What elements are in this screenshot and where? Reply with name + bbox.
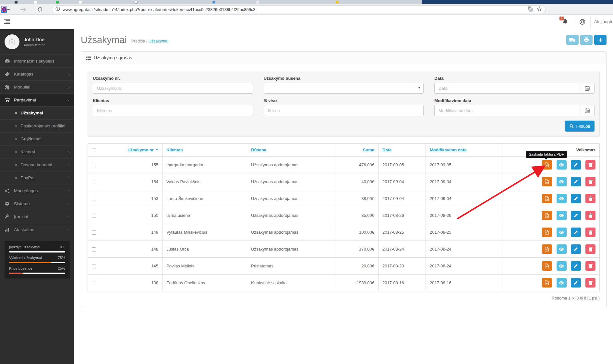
logout-button[interactable]: Atsijungti [594, 19, 613, 24]
sidebar-item[interactable]: » Klientai › [0, 145, 74, 158]
table-row: 138 Egdūnas Obelinskas Išankstinė sąskai… [88, 275, 600, 291]
forward-button[interactable] [19, 5, 27, 14]
filter-order-no-input[interactable] [93, 83, 253, 94]
filter-status-select[interactable] [264, 83, 424, 94]
sidebar-item[interactable]: » Katalogas › [0, 67, 74, 80]
url-text[interactable]: www.agregatai.lt/siteadmin14/index.php?r… [63, 7, 527, 12]
row-checkbox[interactable] [92, 180, 96, 184]
delete-order-button[interactable] [585, 244, 595, 254]
eye-icon [559, 197, 564, 201]
help-lifering-icon[interactable] [579, 19, 585, 25]
stat-row: Vykdomi užsakymai 75% [9, 256, 65, 263]
row-checkbox[interactable] [92, 247, 96, 252]
sidebar-item[interactable]: » Ataskaitos › [0, 223, 74, 236]
edit-order-button[interactable] [571, 177, 581, 186]
sidebar-item[interactable]: » Pasikartojantys profiliai › [0, 119, 74, 132]
sidebar-toggle-icon[interactable] [4, 19, 10, 25]
row-checkbox[interactable] [92, 281, 96, 285]
calendar-button[interactable] [580, 105, 595, 116]
invoice-print-button[interactable] [580, 35, 593, 45]
delete-order-button[interactable] [585, 160, 595, 170]
url-bar[interactable]: www.agregatai.lt/siteadmin14/index.php?r… [52, 6, 546, 13]
sort-date-modified[interactable]: Modifikavimo data [430, 147, 466, 152]
view-order-button[interactable] [557, 211, 567, 220]
edit-order-button[interactable] [571, 160, 581, 170]
invoice-pdf-button[interactable] [542, 261, 552, 271]
edit-order-button[interactable] [571, 228, 581, 237]
row-checkbox[interactable] [92, 264, 96, 268]
view-order-button[interactable] [557, 177, 567, 186]
invoice-pdf-button[interactable] [542, 244, 552, 254]
view-order-button[interactable] [557, 228, 567, 237]
view-order-button[interactable] [557, 160, 567, 170]
filter-modified-input[interactable] [434, 105, 580, 116]
edit-order-button[interactable] [571, 261, 581, 271]
delete-order-button[interactable] [585, 228, 595, 237]
cell-total: 20,00€ [337, 258, 379, 275]
edit-order-button[interactable] [571, 194, 581, 203]
sidebar-item[interactable]: » Užsakymai › [0, 106, 74, 119]
invoice-pdf-button[interactable] [542, 177, 552, 186]
invoice-pdf-button[interactable] [542, 160, 552, 170]
invoice-pdf-button[interactable] [542, 278, 552, 288]
sort-order-no[interactable]: Užsakymo nr. ^ [127, 147, 158, 152]
row-checkbox[interactable] [92, 163, 96, 167]
pdf-file-icon [545, 162, 549, 167]
add-order-button[interactable] [594, 35, 607, 45]
cell-customer: Povilas Mėlinis [162, 258, 247, 275]
delete-order-button[interactable] [585, 177, 595, 186]
sidebar-item[interactable]: » Moduliai › [0, 80, 74, 93]
sidebar-item[interactable]: » Grąžinimai › [0, 132, 74, 145]
sort-status[interactable]: Būsena [251, 147, 266, 152]
calendar-button[interactable] [580, 83, 595, 94]
delete-order-button[interactable] [585, 278, 595, 288]
breadcrumb-current[interactable]: Užsakymai [149, 39, 168, 43]
chevron-right-icon: › [68, 85, 70, 90]
trash-icon [589, 180, 593, 184]
edit-order-button[interactable] [571, 211, 581, 220]
cell-date-added: 2017-08-24 [379, 241, 426, 258]
filter-button[interactable]: Filtruoti [565, 121, 595, 132]
cell-customer: margarita margarita [162, 157, 247, 173]
sidebar-item-icon [5, 85, 10, 90]
breadcrumb-home[interactable]: Pradžia [131, 39, 145, 43]
sidebar-item[interactable]: » PayPal › [0, 171, 74, 184]
row-checkbox[interactable] [92, 214, 96, 218]
row-checkbox[interactable] [92, 230, 96, 235]
filter-date-input[interactable] [434, 83, 580, 94]
filter-customer-input[interactable] [93, 105, 253, 116]
row-checkbox[interactable] [92, 197, 96, 201]
sidebar-item-label: PayPal [20, 175, 34, 180]
pdf-file-icon [545, 280, 549, 285]
view-order-button[interactable] [557, 278, 567, 288]
sidebar-item[interactable]: » Įrankiai › [0, 210, 74, 223]
sort-total[interactable]: Suma [363, 147, 374, 152]
select-all-checkbox[interactable] [92, 148, 96, 152]
delete-order-button[interactable] [585, 261, 595, 271]
invoice-pdf-button[interactable] [542, 194, 552, 203]
view-order-button[interactable] [557, 194, 567, 203]
sidebar-item[interactable]: » Marketingas › [0, 184, 74, 197]
delete-order-button[interactable] [585, 194, 595, 203]
sidebar-item[interactable]: » Dovanų kuponai › [0, 158, 74, 171]
invoice-pdf-button[interactable] [542, 211, 552, 220]
sidebar-item[interactable]: » Informacinis skydelis › [0, 54, 74, 67]
bookmark-star-icon[interactable] [537, 6, 542, 13]
delete-order-button[interactable] [585, 211, 595, 220]
sidebar-item[interactable]: » Sistema › [0, 197, 74, 210]
view-order-button[interactable] [557, 244, 567, 254]
edit-order-button[interactable] [571, 278, 581, 288]
invoice-pdf-button[interactable] [542, 228, 552, 237]
sort-customer[interactable]: Klientas [166, 147, 183, 152]
translate-icon[interactable]: 文 [527, 6, 533, 13]
page-info-icon[interactable] [55, 6, 60, 12]
notifications-bell-icon[interactable]: 0 [562, 18, 569, 26]
view-order-button[interactable] [557, 261, 567, 271]
edit-order-button[interactable] [571, 244, 581, 254]
filter-total-input[interactable] [264, 105, 424, 116]
shipping-list-button[interactable] [566, 35, 579, 45]
reload-button[interactable] [36, 5, 44, 14]
sidebar-item[interactable]: » Pardavimai › [0, 93, 74, 106]
extension-icon[interactable] [0, 6, 8, 13]
sort-date-added[interactable]: Data [382, 147, 391, 152]
